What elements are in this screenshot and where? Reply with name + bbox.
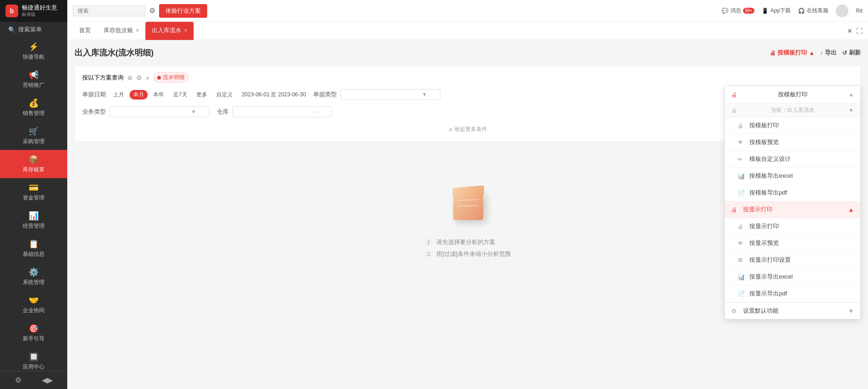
empty-box-lid — [453, 185, 484, 196]
app-logo-icon: b — [5, 5, 18, 17]
tab-inout-flow-close[interactable]: × — [184, 27, 187, 34]
inventory-icon: 📦 — [29, 155, 39, 165]
tab-inout-flow[interactable]: 出入库流水 × — [145, 22, 194, 40]
date-tab-7days[interactable]: 近7天 — [170, 90, 191, 100]
date-tab-current-month[interactable]: 本月 — [130, 90, 148, 100]
template-pdf-item-label: 按模板导出pdf — [749, 189, 787, 197]
export-action[interactable]: ↑ 导出 — [820, 49, 837, 57]
sidebar-item-purchase[interactable]: 🛒 采购管理 — [0, 122, 67, 150]
sidebar-item-label: 基础信息 — [23, 250, 45, 258]
filter-field-warehouse: 仓库 ··· — [217, 106, 332, 117]
sidebar-item-cooperation[interactable]: 🤝 企业协同 — [0, 291, 67, 319]
dropdown-footer-settings[interactable]: ⚙ 设置默认功能 ▼ — [725, 302, 860, 319]
date-tab-custom[interactable]: 自定义 — [213, 90, 236, 100]
app-download-label: App下载 — [770, 7, 791, 15]
date-tab-more[interactable]: 更多 — [193, 90, 211, 100]
dropdown-item-display-print[interactable]: 🖨 按显示打印 — [725, 218, 860, 235]
sidebar-item-app-center[interactable]: 🔲 应用中心 — [0, 347, 67, 371]
dropdown-item-template-excel[interactable]: 📊 按模板导出excel — [725, 168, 860, 185]
user-avatar[interactable] — [836, 5, 848, 17]
filter-add-icon[interactable]: ⊕ — [127, 74, 133, 81]
customer-service-item[interactable]: 🎧 在线客服 — [798, 7, 828, 15]
basics-icon: 📋 — [29, 239, 39, 249]
tab-batch-ledger-close[interactable]: × — [136, 27, 139, 34]
filter-tag[interactable]: 流水明细 — [153, 72, 189, 83]
sidebar-item-finance[interactable]: 💳 资金管理 — [0, 178, 67, 206]
display-print-settings-item-icon: ⚙ — [738, 257, 745, 264]
business-type-select[interactable]: ▼ — [110, 106, 210, 117]
tabs-right-actions: ✕ ⛶ — [847, 27, 863, 35]
sidebar-item-label: 营销推广 — [23, 81, 45, 89]
tab-inout-flow-label: 出入库流水 — [152, 26, 181, 35]
sidebar-nav: ⚡ 快捷导航 📢 营销推广 💰 销售管理 🛒 采购管理 📦 库存核算 💳 资金管… — [0, 37, 67, 371]
sidebar-item-label: 企业协同 — [23, 307, 45, 314]
sidebar-item-guide[interactable]: 🎯 新手引导 — [0, 319, 67, 347]
tab-maximize-icon[interactable]: ⛶ — [856, 27, 863, 35]
dropdown-item-template-print[interactable]: 🖨 按模板打印 — [725, 117, 860, 134]
sidebar-item-sales[interactable]: 💰 销售管理 — [0, 94, 67, 122]
sidebar-item-operations[interactable]: 📊 经营管理 — [0, 206, 67, 234]
dropdown-item-display-excel[interactable]: 📊 按显示导出excel — [725, 269, 860, 285]
sidebar-item-basics[interactable]: 📋 基础信息 — [0, 234, 67, 263]
tag-dot — [157, 76, 161, 80]
sidebar-item-system[interactable]: ⚙️ 系统管理 — [0, 263, 67, 291]
chevron-up-icon: ∧ — [449, 126, 453, 133]
tab-home[interactable]: 首页 — [73, 22, 97, 40]
template-print-item-label: 按模板打印 — [749, 121, 779, 130]
tab-close-all-icon[interactable]: ✕ — [847, 27, 853, 35]
filter-header: 按以下方案查询 ⊕ ⚙ « 流水明细 — [82, 72, 853, 83]
refresh-icon: ↺ — [842, 50, 847, 56]
trial-button[interactable]: 体验行业方案 — [159, 4, 207, 18]
sidebar-search[interactable]: 🔍 搜索菜单 — [0, 22, 67, 37]
topbar-gear-icon[interactable]: ⚙ — [149, 6, 155, 15]
empty-box-body — [453, 192, 483, 220]
voucher-type-label: 单据类型 — [313, 90, 337, 99]
empty-icon-container — [445, 184, 490, 229]
dropdown-item-display-pdf[interactable]: 📄 按显示导出pdf — [725, 285, 860, 302]
template-print-item-icon: 🖨 — [738, 122, 745, 129]
topbar: ⚙ 体验行业方案 💬 消息 99+ 📱 App下载 🎧 在线客服 Rit — [67, 0, 868, 22]
empty-steps-container: 1 请先选择要分析的方案 2 用[过滤]条件来缩小分析范围 — [424, 238, 510, 262]
tab-batch-ledger[interactable]: 库存批次账 × — [97, 22, 145, 40]
dropdown-item-display-preview[interactable]: 👁 按显示预览 — [725, 235, 860, 252]
dropdown-item-template-pdf[interactable]: 📄 按模板导出pdf — [725, 185, 860, 201]
filter-settings-icon[interactable]: ⚙ — [136, 74, 142, 81]
topbar-search-input[interactable] — [73, 5, 145, 16]
settings-bottom-icon[interactable]: ⚙ — [15, 376, 21, 384]
notification-icon: 💬 — [722, 8, 728, 14]
filter-collapse-icon[interactable]: « — [146, 74, 150, 81]
refresh-action[interactable]: ↺ 刷新 — [842, 49, 861, 57]
dropdown-item-template-preview[interactable]: 👁 按模板预览 — [725, 134, 860, 151]
empty-step-1: 1 请先选择要分析的方案 — [424, 238, 510, 246]
sidebar-item-marketing[interactable]: 📢 营销推广 — [0, 65, 67, 94]
warehouse-select[interactable]: ··· — [232, 106, 332, 117]
date-tabs: 上月 本月 本年 近7天 更多 自定义 — [110, 90, 236, 100]
collapse-icon[interactable]: ◀▶ — [42, 376, 53, 384]
current-template-arrow: ▼ — [848, 107, 854, 114]
warehouse-more-icon: ··· — [314, 109, 319, 115]
sidebar-item-quick-nav[interactable]: ⚡ 快捷导航 — [0, 37, 67, 65]
dropdown-item-template-custom[interactable]: ✏ 模板自定义设计 — [725, 151, 860, 168]
section-expand-icon: ▲ — [848, 206, 854, 213]
date-tab-current-year[interactable]: 本年 — [150, 90, 168, 100]
display-print-settings-item-label: 按显示打印设置 — [749, 256, 791, 264]
filter-collapse-label: 收起更多条件 — [454, 125, 487, 133]
system-icon: ⚙️ — [29, 267, 39, 277]
sidebar-item-inventory[interactable]: 📦 库存核算 — [0, 150, 67, 178]
notifications-item[interactable]: 💬 消息 99+ — [722, 7, 754, 15]
sidebar-item-label: 资金管理 — [23, 194, 45, 202]
display-pdf-item-label: 按显示导出pdf — [749, 289, 787, 298]
dropdown-item-display-print-settings[interactable]: ⚙ 按显示打印设置 — [725, 252, 860, 269]
notification-label: 消息 — [730, 7, 741, 15]
topbar-right: 💬 消息 99+ 📱 App下载 🎧 在线客服 Rit — [722, 5, 863, 17]
template-custom-item-icon: ✏ — [738, 156, 745, 163]
dropdown-section-display-print[interactable]: 🖨 按显示打印 ▲ — [725, 201, 860, 218]
template-print-action[interactable]: 🖨 按模板打印 ▲ — [770, 49, 815, 57]
voucher-type-select[interactable]: ▼ — [340, 89, 440, 100]
date-range-display: 2023-06-01 至 2023-06-30 — [242, 91, 306, 99]
operations-icon: 📊 — [29, 211, 39, 221]
sales-icon: 💰 — [29, 98, 39, 108]
footer-arrow-icon: ▼ — [848, 308, 854, 314]
marketing-icon: 📢 — [29, 70, 39, 80]
app-download-item[interactable]: 📱 App下载 — [762, 7, 791, 15]
